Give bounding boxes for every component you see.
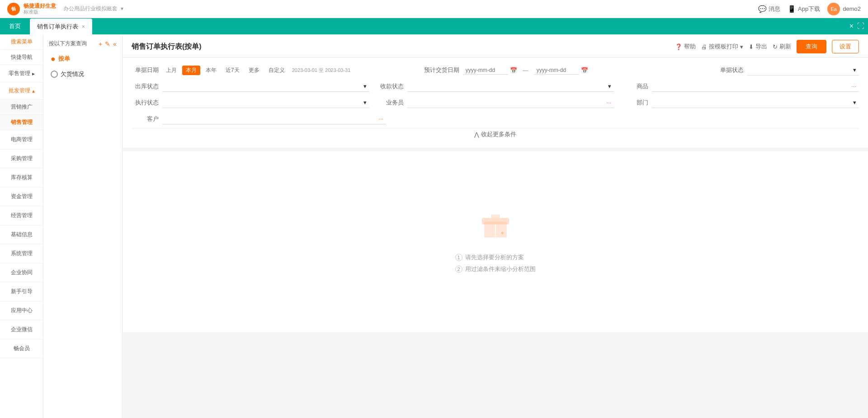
sidebar-nav[interactable]: 快捷导航 bbox=[0, 50, 43, 65]
outbound-chevron bbox=[363, 83, 367, 90]
left-panel-add-btn[interactable]: + bbox=[99, 40, 102, 48]
salesman-dots-icon[interactable]: ··· bbox=[607, 99, 612, 106]
hint-item-2: 2 用过滤条件来缩小分析范围 bbox=[455, 263, 536, 275]
filter-date-item: 单据日期 上月 本月 本年 近7天 更多 自定义 2023-03-01 至 20… bbox=[132, 66, 417, 75]
avatar: Ea bbox=[827, 3, 840, 15]
forecast-date-from[interactable] bbox=[463, 66, 508, 75]
single-status-select[interactable] bbox=[747, 65, 859, 76]
message-btn[interactable]: 💬 消息 bbox=[758, 5, 780, 13]
tab-bar-actions: × ⛶ bbox=[849, 22, 868, 30]
page-header-actions: ❓ 帮助 🖨 按模板打印 ⬇ 导出 ↻ 刷新 bbox=[675, 40, 859, 53]
collapse-row[interactable]: ⋀ 收起更多条件 bbox=[132, 128, 859, 140]
left-panel-edit-btn[interactable]: ✎ bbox=[105, 40, 110, 48]
brand-name: 畅捷通好生意 bbox=[24, 3, 56, 9]
help-btn[interactable]: ❓ 帮助 bbox=[675, 43, 696, 51]
product-dots-icon[interactable]: ··· bbox=[851, 83, 856, 90]
calendar-from-icon[interactable]: 📅 bbox=[510, 67, 517, 74]
sidebar-item-wholesale[interactable]: 批发管理 bbox=[0, 82, 43, 100]
filter-single-status: 单据状态 bbox=[717, 65, 859, 76]
date-tag-last-month[interactable]: 上月 bbox=[162, 66, 180, 75]
customer-select[interactable]: ··· bbox=[162, 114, 386, 124]
calendar-to-icon[interactable]: 📅 bbox=[581, 67, 588, 74]
retail-chevron bbox=[32, 71, 35, 77]
single-status-label: 单据状态 bbox=[717, 66, 744, 74]
department-select[interactable] bbox=[652, 97, 859, 108]
sidebar-item-ecommerce[interactable]: 电商管理 bbox=[0, 130, 43, 149]
sidebar-item-appcenter[interactable]: 应用中心 bbox=[0, 301, 43, 320]
left-panel-collapse-btn[interactable]: « bbox=[113, 40, 117, 48]
window-close-btn[interactable]: × bbox=[849, 22, 854, 30]
department-chevron bbox=[853, 99, 856, 106]
sidebar-item-enterprise[interactable]: 企业协同 bbox=[0, 263, 43, 282]
outbound-status-label: 出库状态 bbox=[132, 82, 159, 90]
customer-label: 客户 bbox=[132, 115, 159, 123]
forecast-date-to[interactable] bbox=[534, 66, 579, 75]
filter-row-1: 单据日期 上月 本月 本年 近7天 更多 自定义 2023-03-01 至 20… bbox=[132, 65, 859, 76]
outbound-status-select[interactable] bbox=[162, 81, 369, 92]
query-button[interactable]: 查询 bbox=[797, 40, 826, 53]
date-tag-this-year[interactable]: 本年 bbox=[202, 66, 220, 75]
refresh-btn[interactable]: ↻ 刷新 bbox=[773, 43, 791, 51]
date-tag-more[interactable]: 更多 bbox=[245, 66, 263, 75]
department-label: 部门 bbox=[621, 99, 648, 107]
dot-orange: ● bbox=[51, 55, 56, 63]
tab-active[interactable]: 销售订单执行表 × bbox=[30, 19, 92, 35]
date-tag-7days[interactable]: 近7天 bbox=[222, 66, 243, 75]
page-header-row: 销售订单执行表(按单) ❓ 帮助 🖨 按模板打印 ⬇ 导出 bbox=[132, 40, 859, 53]
sidebar-item-wechat[interactable]: 企业微信 bbox=[0, 320, 43, 339]
exec-status-label: 执行状态 bbox=[132, 99, 159, 107]
sidebar-item-inventory[interactable]: 库存核算 bbox=[0, 168, 43, 187]
salesman-label: 业务员 bbox=[377, 99, 404, 107]
salesman-select[interactable]: ··· bbox=[407, 97, 614, 108]
filter-product: 商品 ··· bbox=[621, 81, 859, 92]
sidebar-item-system[interactable]: 系统管理 bbox=[0, 244, 43, 263]
receipt-status-label: 收款状态 bbox=[377, 82, 404, 90]
forecast-date-label: 预计交货日期 bbox=[424, 66, 459, 74]
forecast-date-to-wrap: 📅 bbox=[534, 66, 588, 75]
single-status-chevron bbox=[853, 66, 856, 73]
forecast-date-from-wrap: 📅 bbox=[463, 66, 517, 75]
sidebar-item-purchase[interactable]: 采购管理 bbox=[0, 149, 43, 168]
sidebar-item-basic[interactable]: 基础信息 bbox=[0, 225, 43, 244]
exec-status-select[interactable] bbox=[162, 97, 369, 108]
date-tag-custom[interactable]: 自定义 bbox=[265, 66, 288, 75]
export-btn[interactable]: ⬇ 导出 bbox=[749, 43, 767, 51]
account-dropdown[interactable]: 办公用品行业模拟账套 ▾ bbox=[63, 5, 123, 13]
hint-item-1: 1 请先选择要分析的方案 bbox=[455, 252, 536, 263]
wholesale-chevron bbox=[32, 88, 35, 94]
single-date-label: 单据日期 bbox=[132, 66, 159, 74]
svg-rect-2 bbox=[491, 214, 500, 220]
tab-close-btn[interactable]: × bbox=[82, 24, 85, 30]
sidebar-search[interactable]: 搜索菜单 bbox=[0, 34, 43, 50]
sidebar-item-retail[interactable]: 零售管理 bbox=[0, 65, 43, 82]
receipt-status-select[interactable] bbox=[407, 81, 614, 92]
window-expand-btn[interactable]: ⛶ bbox=[857, 22, 864, 30]
left-panel-item-press[interactable]: ● 按单 bbox=[43, 51, 122, 66]
empty-icon bbox=[477, 208, 514, 244]
sidebar-item-finance[interactable]: 资金管理 bbox=[0, 187, 43, 206]
tab-home[interactable]: 首页 bbox=[0, 18, 30, 34]
sidebar-sub-marketing[interactable]: 营销推广 bbox=[0, 100, 43, 115]
filter-area: 单据日期 上月 本月 本年 近7天 更多 自定义 2023-03-01 至 20… bbox=[123, 57, 868, 147]
product-select[interactable]: ··· bbox=[652, 81, 859, 92]
print-btn[interactable]: 🖨 按模板打印 bbox=[701, 43, 743, 51]
app-download-btn[interactable]: 📱 App下载 bbox=[788, 5, 820, 13]
settings-button[interactable]: 设置 bbox=[832, 40, 859, 53]
filter-outbound-status: 出库状态 bbox=[132, 81, 369, 92]
sidebar-sub-sales[interactable]: 销售管理 bbox=[0, 115, 43, 130]
left-panel-item-debt[interactable]: 欠货情况 bbox=[43, 66, 122, 82]
date-tag-this-month[interactable]: 本月 bbox=[182, 66, 200, 75]
customer-dots-icon[interactable]: ··· bbox=[378, 115, 383, 122]
sidebar-item-newbie[interactable]: 新手引导 bbox=[0, 282, 43, 301]
brand-subtitle: 标准版 bbox=[24, 9, 56, 15]
user-menu[interactable]: Ea demo2 bbox=[827, 3, 861, 15]
filter-exec-status: 执行状态 bbox=[132, 97, 369, 108]
left-panel: 按以下方案查询 + ✎ « ● 按单 欠货情况 bbox=[43, 34, 123, 418]
filter-forecast-date: 预计交货日期 📅 — 📅 bbox=[424, 66, 709, 75]
filter-department: 部门 bbox=[621, 97, 859, 108]
logo-icon: 畅 bbox=[7, 3, 20, 15]
filter-salesman: 业务员 ··· bbox=[377, 97, 614, 108]
sidebar-item-member[interactable]: 畅会员 bbox=[0, 339, 43, 358]
sidebar-item-operations[interactable]: 经营管理 bbox=[0, 206, 43, 225]
date-range-display: 2023-03-01 至 2023-03-31 bbox=[292, 67, 351, 74]
